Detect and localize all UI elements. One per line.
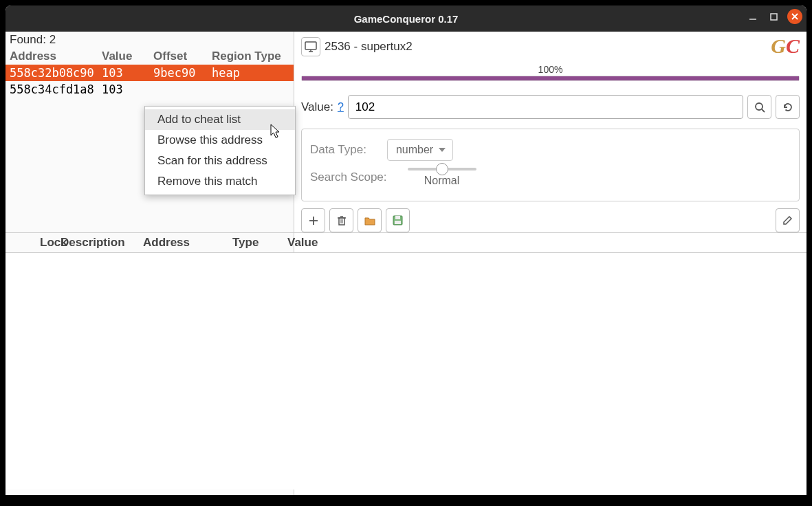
search-scope-label: Search Scope: (310, 170, 387, 184)
add-button[interactable] (301, 208, 325, 232)
edit-icon (782, 215, 793, 226)
close-button[interactable] (787, 9, 802, 24)
results-body[interactable]: 558c32b08c90 103 9bec90 heap 558c34cfd1a… (6, 65, 294, 98)
svg-rect-4 (305, 42, 316, 50)
cheat-toolbar (301, 208, 800, 232)
cheat-table-header: Lock Description Address Type Value (6, 232, 806, 253)
refresh-button[interactable] (776, 95, 800, 119)
progress-fill (302, 76, 799, 80)
delete-button[interactable] (329, 208, 353, 232)
cell-address: 558c34cfd1a8 (6, 82, 102, 96)
col-header-address[interactable]: Address (6, 50, 102, 63)
save-icon (393, 215, 403, 226)
cell-value: 103 (102, 82, 153, 96)
cell-region: heap (212, 66, 294, 80)
found-count: Found: 2 (6, 32, 294, 48)
svg-line-8 (762, 109, 765, 112)
search-icon (754, 102, 765, 113)
search-scope-slider[interactable] (408, 168, 476, 170)
menu-remove-match[interactable]: Remove this match (145, 171, 295, 192)
refresh-icon (782, 102, 793, 113)
maximize-button[interactable] (767, 10, 780, 23)
folder-icon (364, 216, 375, 226)
process-row: 2536 - supertux2 (301, 37, 800, 56)
col-header-address[interactable]: Address (143, 236, 232, 250)
app-logo: GC (771, 34, 800, 58)
data-type-value: number (396, 144, 433, 156)
svg-rect-18 (395, 221, 401, 224)
window-title: GameConqueror 0.17 (354, 13, 459, 25)
content-area: Found: 2 Address Value Offset Region Typ… (6, 32, 806, 495)
col-header-description[interactable]: Description (61, 236, 143, 250)
main-window: GameConqueror 0.17 Found: 2 Address Valu… (6, 6, 806, 495)
right-pane: 2536 - supertux2 100% Value: ? (294, 32, 806, 495)
help-link[interactable]: ? (338, 101, 344, 113)
plus-icon (309, 216, 318, 226)
data-type-label: Data Type: (310, 143, 366, 157)
process-name: 2536 - supertux2 (325, 40, 413, 54)
cell-offset (153, 82, 212, 96)
svg-rect-1 (771, 14, 777, 20)
open-button[interactable] (358, 208, 382, 232)
value-label: Value: (301, 100, 333, 114)
titlebar: GameConqueror 0.17 (6, 6, 806, 32)
progress-percent: 100% (538, 64, 563, 75)
value-input[interactable] (348, 95, 743, 119)
progress-bar: 100% (301, 76, 800, 81)
col-header-type[interactable]: Type (232, 236, 274, 250)
results-header: Address Value Offset Region Type (6, 48, 294, 65)
svg-rect-11 (339, 218, 344, 225)
cell-value: 103 (102, 66, 153, 80)
choose-process-button[interactable] (301, 37, 320, 56)
monitor-icon (305, 41, 317, 52)
col-header-offset[interactable]: Offset (153, 50, 212, 63)
edit-button[interactable] (776, 208, 800, 232)
window-controls (746, 9, 802, 24)
data-type-select[interactable]: number (387, 139, 453, 161)
svg-rect-17 (395, 216, 400, 219)
data-type-row: Data Type: number (310, 139, 791, 161)
col-header-value[interactable]: Value (102, 50, 153, 63)
col-header-region[interactable]: Region Type (212, 50, 294, 63)
cell-address: 558c32b08c90 (6, 66, 102, 80)
context-menu: Add to cheat list Browse this address Sc… (144, 106, 296, 195)
menu-scan-for-address[interactable]: Scan for this address (145, 151, 295, 171)
search-scope-slider-wrap: Normal (408, 168, 476, 187)
trash-icon (337, 215, 347, 226)
cell-region (212, 82, 294, 96)
menu-browse-address[interactable]: Browse this address (145, 130, 295, 151)
minimize-button[interactable] (746, 10, 760, 23)
save-button[interactable] (386, 208, 410, 232)
cell-offset: 9bec90 (153, 66, 212, 80)
search-scope-row: Search Scope: Normal (310, 168, 791, 187)
cheat-table-body[interactable] (6, 253, 806, 490)
slider-thumb[interactable] (436, 163, 448, 175)
col-header-value[interactable]: Value (274, 236, 318, 250)
options-box: Data Type: number Search Scope: Normal (301, 129, 800, 201)
result-row[interactable]: 558c32b08c90 103 9bec90 heap (6, 65, 294, 81)
svg-point-7 (756, 103, 762, 110)
menu-add-to-cheat-list[interactable]: Add to cheat list (145, 109, 295, 130)
search-button[interactable] (747, 95, 771, 119)
value-row: Value: ? (301, 95, 800, 119)
result-row[interactable]: 558c34cfd1a8 103 (6, 81, 294, 98)
col-header-lock[interactable]: Lock (12, 236, 61, 250)
search-scope-value: Normal (424, 175, 460, 187)
